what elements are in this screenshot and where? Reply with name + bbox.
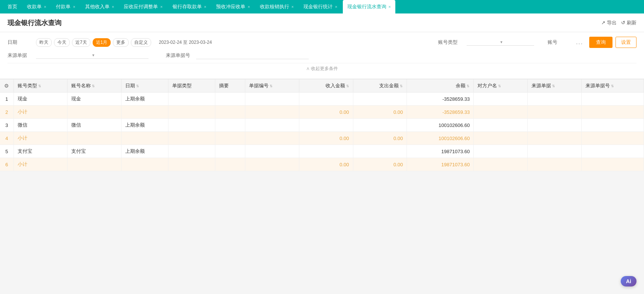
table-cell: 0.00 [299,132,353,145]
table-cell [299,119,353,132]
table-cell [68,158,122,171]
table-cell [245,158,299,171]
tab-yinhangcunkuan[interactable]: 银行存取款单 × [168,1,211,12]
table-cell [299,145,353,158]
table-cell: 3 [0,119,14,132]
date-btn-custom[interactable]: 自定义 [131,38,151,47]
table-cell [245,132,299,145]
th-expense[interactable]: 支出金额⇅ [353,79,407,93]
filter-row-1: 日期 昨天 今天 近7天 近1月 更多 自定义 2023-02-24 至 202… [8,37,636,48]
date-btn-1month[interactable]: 近1月 [93,38,111,47]
table-cell: 上期余额 [121,93,168,106]
table-row: 2小计0.000.00-3528659.33 [0,106,644,119]
th-counterparty[interactable]: 对方户名⇅ [474,79,528,93]
table-cell [474,106,528,119]
table-cell [581,145,644,158]
export-button[interactable]: ↗ 导出 [601,19,617,26]
date-btn-more[interactable]: 更多 [113,38,129,47]
table-cell: 100102606.60 [407,119,474,132]
table-cell [474,158,528,171]
close-icon[interactable]: × [248,4,250,9]
table-cell: -3528659.33 [407,93,474,106]
table-cell: -3528659.33 [407,106,474,119]
table-cell [581,106,644,119]
table-cell [581,119,644,132]
refresh-icon: ↺ [621,20,625,25]
th-account-type[interactable]: 账号类型⇅ [14,79,68,93]
close-icon[interactable]: × [112,4,114,9]
th-source-doc-no[interactable]: 来源单据号⇅ [581,79,644,93]
table-cell: 2 [0,106,14,119]
table-cell [215,93,245,106]
table-cell [168,158,215,171]
collapse-bar[interactable]: ∧ 收起更多条件 [8,63,636,74]
tab-yingshouyingfu[interactable]: 应收应付调整单 × [119,1,167,12]
table-cell: 6 [0,158,14,171]
page-header: 现金银行流水查询 ↗ 导出 ↺ 刷新 [0,13,644,32]
account-type-select[interactable]: ▾ [467,39,534,46]
table-cell [528,158,582,171]
table-cell [474,132,528,145]
header-actions: ↗ 导出 ↺ 刷新 [601,19,636,26]
close-icon[interactable]: × [160,4,162,9]
table-header-row: ⚙ 账号类型⇅ 账号名称⇅ 日期⇅ 单据类型 摘要 单据编号⇅ 收入金额⇅ 支出… [0,79,644,93]
tab-xianjinyinhang[interactable]: 现金银行统计 × [299,1,342,12]
source-doc-select[interactable]: ▾ [36,52,149,59]
table-cell: 0.00 [299,106,353,119]
table-cell [528,145,582,158]
tab-shoukuandan[interactable]: 收款单 × [23,1,51,12]
table-cell: 4 [0,132,14,145]
th-balance[interactable]: 余额⇅ [407,79,474,93]
query-settings-row: 查询 设置 [589,37,636,48]
table-cell [215,158,245,171]
date-btn-7days[interactable]: 近7天 [72,38,90,47]
close-icon[interactable]: × [389,4,391,9]
export-icon: ↗ [601,20,605,25]
table-cell [581,158,644,171]
table-cell [245,106,299,119]
table-cell [168,93,215,106]
top-nav: 首页 收款单 × 付款单 × 其他收入单 × 应收应付调整单 × 银行存取款单 … [0,0,644,13]
tab-fukuandan[interactable]: 付款单 × [51,1,80,12]
table-cell: 小计 [14,132,68,145]
tab-xianjinliushui[interactable]: 现金银行流水查询 × [343,0,395,13]
query-button[interactable]: 查询 [589,37,612,48]
table-cell [528,132,582,145]
close-icon[interactable]: × [44,4,46,9]
th-settings[interactable]: ⚙ [0,79,14,93]
table-container: ⚙ 账号类型⇅ 账号名称⇅ 日期⇅ 单据类型 摘要 单据编号⇅ 收入金额⇅ 支出… [0,79,644,171]
th-income[interactable]: 收入金额⇅ [299,79,353,93]
source-doc-label: 来源单据 [8,52,30,59]
settings-button[interactable]: 设置 [615,37,636,48]
filter-area: 日期 昨天 今天 近7天 近1月 更多 自定义 2023-02-24 至 202… [0,32,644,79]
tab-qitashouruda[interactable]: 其他收入单 × [81,1,119,12]
table-cell [245,119,299,132]
table-cell: 0.00 [353,158,407,171]
nav-home[interactable]: 首页 [3,3,22,10]
th-doc-no[interactable]: 单据编号⇅ [245,79,299,93]
table-cell [581,93,644,106]
tab-yushounchong[interactable]: 预收冲应收单 × [212,1,254,12]
table-cell [168,119,215,132]
account-dots-button[interactable]: ... [576,39,583,46]
th-date[interactable]: 日期⇅ [121,79,168,93]
table-cell: 100102606.60 [407,132,474,145]
refresh-button[interactable]: ↺ 刷新 [621,19,636,26]
source-doc-num-input[interactable] [196,52,309,59]
date-btn-yesterday[interactable]: 昨天 [36,38,52,47]
close-icon[interactable]: × [73,4,75,9]
date-label: 日期 [8,39,30,46]
settings-icon[interactable]: ⚙ [4,83,9,89]
th-doc-type: 单据类型 [168,79,215,93]
table-row: 4小计0.000.00100102606.60 [0,132,644,145]
table-cell [215,145,245,158]
close-icon[interactable]: × [204,4,206,9]
close-icon[interactable]: × [291,4,294,9]
table-cell: 现金 [14,93,68,106]
date-btn-today[interactable]: 今天 [54,38,70,47]
tab-shoukuanhexiao[interactable]: 收款核销执行 × [255,1,298,12]
th-account-name[interactable]: 账号名称⇅ [68,79,122,93]
close-icon[interactable]: × [335,4,337,9]
th-source-doc[interactable]: 来源单据⇅ [528,79,582,93]
table-cell [245,93,299,106]
